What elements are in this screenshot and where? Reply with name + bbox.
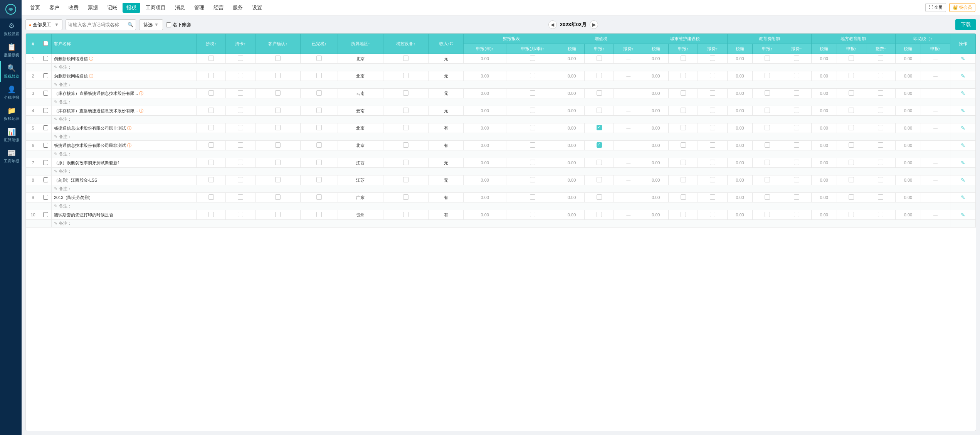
- row-checkbox[interactable]: [43, 143, 48, 148]
- clear-card-checkbox[interactable]: [238, 142, 243, 148]
- tax-device-checkbox[interactable]: [403, 125, 408, 130]
- filed-checkbox[interactable]: [316, 56, 322, 61]
- search-input[interactable]: [68, 22, 126, 27]
- edu-declare-checkbox[interactable]: [765, 160, 770, 165]
- download-button[interactable]: 下载: [955, 19, 976, 30]
- filed-checkbox[interactable]: [316, 160, 322, 165]
- edu-fee-checkbox[interactable]: [794, 194, 799, 200]
- tax-type-checkbox[interactable]: [208, 56, 214, 61]
- city-declare-checkbox[interactable]: [681, 194, 686, 200]
- local-fee-checkbox[interactable]: [878, 142, 883, 148]
- edu-declare-checkbox[interactable]: [765, 56, 770, 61]
- local-fee-checkbox[interactable]: [878, 56, 883, 61]
- nav-client[interactable]: 客户: [45, 3, 63, 13]
- client-confirm-checkbox[interactable]: [275, 160, 281, 165]
- nav-home[interactable]: 首页: [26, 3, 44, 13]
- row-checkbox[interactable]: [43, 212, 48, 217]
- clear-card-checkbox[interactable]: [238, 177, 243, 182]
- tax-device-checkbox[interactable]: [403, 212, 408, 217]
- sidebar-item-personal-tax[interactable]: 👤 个税申报: [0, 82, 22, 103]
- sidebar-item-annual-report[interactable]: 📰 工商年报: [0, 146, 22, 167]
- row-checkbox[interactable]: [43, 160, 48, 165]
- local-declare-checkbox[interactable]: [849, 212, 854, 217]
- tax-type-checkbox[interactable]: [208, 73, 214, 78]
- edit-button[interactable]: ✎: [961, 125, 965, 131]
- fr-month-checkbox[interactable]: [530, 90, 535, 96]
- note-edit-icon[interactable]: ✎: [54, 204, 57, 209]
- city-fee-checkbox[interactable]: [710, 160, 715, 165]
- fr-month-checkbox[interactable]: [530, 212, 535, 217]
- vat-declare-checked[interactable]: [597, 125, 602, 130]
- employee-filter[interactable]: ● 全部员工 ▼: [25, 19, 62, 30]
- local-fee-checkbox[interactable]: [878, 108, 883, 113]
- edu-declare-checkbox[interactable]: [765, 194, 770, 200]
- edit-button[interactable]: ✎: [961, 142, 965, 148]
- edu-fee-checkbox[interactable]: [794, 160, 799, 165]
- nav-messages[interactable]: 消息: [171, 3, 189, 13]
- note-edit-icon[interactable]: ✎: [54, 82, 57, 87]
- local-fee-checkbox[interactable]: [878, 125, 883, 130]
- nav-accounting[interactable]: 记账: [103, 3, 121, 13]
- edu-declare-checkbox[interactable]: [765, 142, 770, 148]
- clear-card-checkbox[interactable]: [238, 90, 243, 96]
- account-filter-label[interactable]: 名下账套: [166, 22, 191, 28]
- nav-business[interactable]: 工商项目: [142, 3, 170, 13]
- local-fee-checkbox[interactable]: [878, 73, 883, 78]
- edu-declare-checkbox[interactable]: [765, 177, 770, 182]
- note-edit-icon[interactable]: ✎: [54, 65, 57, 70]
- edit-button[interactable]: ✎: [961, 194, 965, 201]
- sidebar-item-tax-records[interactable]: 📁 报税记录: [0, 103, 22, 125]
- row-checkbox[interactable]: [43, 108, 48, 113]
- city-declare-checkbox[interactable]: [681, 90, 686, 96]
- sidebar-item-tax-overview[interactable]: 🔍 报税总览: [0, 61, 22, 82]
- local-fee-checkbox[interactable]: [878, 212, 883, 217]
- note-edit-icon[interactable]: ✎: [54, 99, 57, 105]
- vat-declare-checkbox[interactable]: [597, 194, 602, 200]
- filed-checkbox[interactable]: [316, 108, 322, 113]
- fr-month-checkbox[interactable]: [530, 73, 535, 78]
- vat-declare-checkbox[interactable]: [597, 177, 602, 182]
- tax-type-checkbox[interactable]: [208, 177, 214, 182]
- clear-card-checkbox[interactable]: [238, 194, 243, 200]
- city-declare-checkbox[interactable]: [681, 177, 686, 182]
- client-confirm-checkbox[interactable]: [275, 177, 281, 182]
- client-confirm-checkbox[interactable]: [275, 194, 281, 200]
- city-declare-checkbox[interactable]: [681, 125, 686, 130]
- edu-fee-checkbox[interactable]: [794, 212, 799, 217]
- row-checkbox[interactable]: [43, 91, 48, 96]
- edit-button[interactable]: ✎: [961, 73, 965, 79]
- vat-declare-checkbox[interactable]: [597, 90, 602, 96]
- edu-declare-checkbox[interactable]: [765, 108, 770, 113]
- edu-declare-checkbox[interactable]: [765, 125, 770, 130]
- city-fee-checkbox[interactable]: [710, 125, 715, 130]
- edu-fee-checkbox[interactable]: [794, 56, 799, 61]
- client-confirm-checkbox[interactable]: [275, 142, 281, 148]
- note-edit-icon[interactable]: ✎: [54, 152, 57, 157]
- edu-declare-checkbox[interactable]: [765, 90, 770, 96]
- tax-type-checkbox[interactable]: [208, 125, 214, 130]
- edu-declare-checkbox[interactable]: [765, 212, 770, 217]
- city-fee-checkbox[interactable]: [710, 108, 715, 113]
- tax-type-checkbox[interactable]: [208, 194, 214, 200]
- nav-billing[interactable]: 收费: [65, 3, 82, 13]
- vat-declare-checked[interactable]: [597, 142, 602, 148]
- clear-card-checkbox[interactable]: [238, 212, 243, 217]
- city-fee-checkbox[interactable]: [710, 142, 715, 148]
- filed-checkbox[interactable]: [316, 142, 322, 148]
- city-fee-checkbox[interactable]: [710, 177, 715, 182]
- client-confirm-checkbox[interactable]: [275, 212, 281, 217]
- fr-month-checkbox[interactable]: [530, 125, 535, 130]
- tax-type-checkbox[interactable]: [208, 160, 214, 165]
- note-edit-icon[interactable]: ✎: [54, 186, 57, 191]
- nav-settings[interactable]: 设置: [248, 3, 266, 13]
- city-declare-checkbox[interactable]: [681, 73, 686, 78]
- tax-device-checkbox[interactable]: [403, 160, 408, 165]
- nav-invoice[interactable]: 票据: [84, 3, 102, 13]
- row-checkbox[interactable]: [43, 73, 48, 78]
- prev-month-button[interactable]: ◀: [548, 20, 557, 29]
- local-declare-checkbox[interactable]: [849, 90, 854, 96]
- nav-operations[interactable]: 经营: [210, 3, 227, 13]
- city-fee-checkbox[interactable]: [710, 194, 715, 200]
- row-checkbox[interactable]: [43, 56, 48, 61]
- city-fee-checkbox[interactable]: [710, 73, 715, 78]
